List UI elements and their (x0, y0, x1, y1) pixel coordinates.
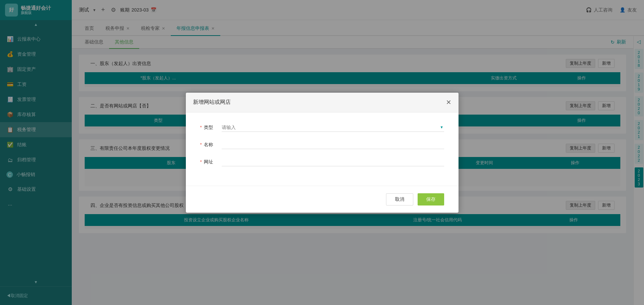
add-website-modal: 新增网站或网店 ✕ * 类型 ▾ * 名称 (186, 93, 459, 213)
name-input[interactable] (222, 140, 444, 149)
form-row-type: * 类型 ▾ (200, 123, 444, 132)
modal-body: * 类型 ▾ * 名称 * (186, 112, 459, 186)
modal-title: 新增网站或网店 (193, 99, 231, 106)
cancel-button[interactable]: 取消 (386, 193, 413, 205)
required-mark-name: * (200, 142, 202, 147)
url-label: * 网址 (200, 159, 222, 165)
form-row-url: * 网址 (200, 158, 444, 166)
name-input-wrapper (222, 140, 444, 149)
url-input-wrapper (222, 158, 444, 166)
url-label-text: 网址 (204, 159, 213, 165)
name-label-text: 名称 (204, 142, 213, 147)
type-label: * 类型 (200, 124, 222, 131)
name-label: * 名称 (200, 142, 222, 148)
type-label-text: 类型 (204, 125, 213, 130)
type-input[interactable] (222, 123, 444, 131)
modal-footer: 取消 保存 (186, 186, 459, 213)
required-mark-type: * (200, 125, 202, 130)
type-dropdown-arrow[interactable]: ▾ (441, 125, 443, 130)
modal-close-button[interactable]: ✕ (446, 98, 451, 106)
form-row-name: * 名称 (200, 140, 444, 149)
type-input-wrapper: ▾ (222, 123, 444, 132)
modal-overlay: 新增网站或网店 ✕ * 类型 ▾ * 名称 (0, 0, 644, 305)
required-mark-url: * (200, 159, 202, 165)
save-button[interactable]: 保存 (418, 193, 444, 205)
modal-header: 新增网站或网店 ✕ (186, 93, 459, 112)
url-input[interactable] (222, 158, 444, 166)
